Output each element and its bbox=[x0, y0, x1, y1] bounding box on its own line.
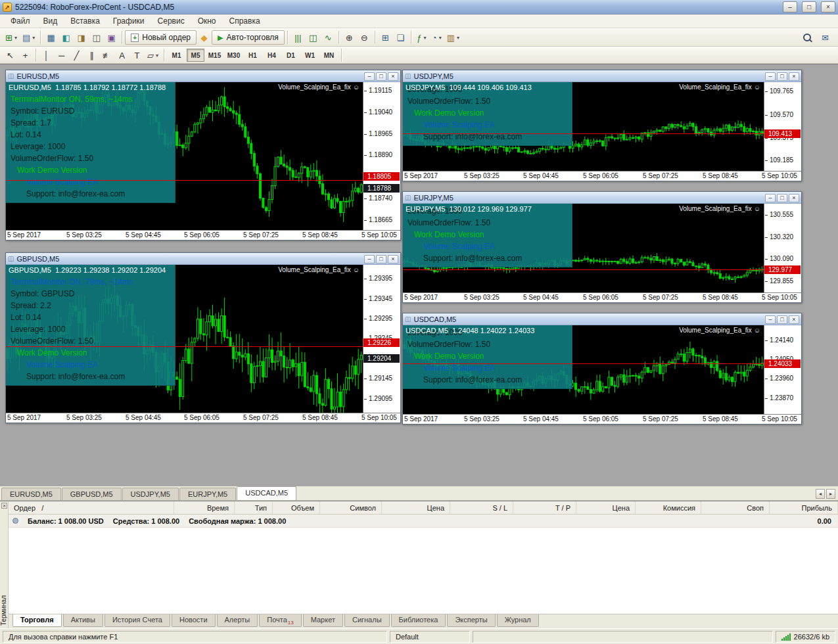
timeframe-m1[interactable]: M1 bbox=[168, 49, 185, 62]
column-header-4[interactable]: Символ bbox=[320, 501, 382, 514]
column-header-7[interactable]: T / P bbox=[513, 501, 576, 514]
terminal-tab-news[interactable]: Новости bbox=[172, 614, 216, 627]
data-window-button[interactable]: ◧ bbox=[58, 30, 74, 45]
chart-tab-usdcad-m5[interactable]: USDCAD,M5 bbox=[237, 486, 296, 500]
tab-scroll-left-icon[interactable]: ◂ bbox=[816, 489, 825, 499]
column-header-0[interactable]: Ордер / bbox=[9, 501, 174, 514]
app-restore-button[interactable]: □ bbox=[802, 1, 816, 12]
zoom-in-button[interactable]: ⊕ bbox=[342, 30, 357, 45]
menu-help[interactable]: Справка bbox=[223, 15, 267, 27]
market-watch-button[interactable]: ▦ bbox=[43, 30, 58, 45]
chart-minimize-button[interactable]: – bbox=[765, 72, 776, 81]
timeframe-mn[interactable]: MN bbox=[320, 49, 338, 62]
chart-window-titlebar[interactable]: ◫EURUSD,M5–□× bbox=[6, 70, 400, 82]
auto-trading-button[interactable]: ▶Авто-торговля bbox=[212, 30, 285, 45]
terminal-tab-history[interactable]: История Счета bbox=[105, 614, 170, 627]
chart-restore-button[interactable]: □ bbox=[777, 194, 787, 202]
column-header-9[interactable]: Комиссия bbox=[636, 501, 701, 514]
terminal-tab-trade[interactable]: Торговля bbox=[12, 614, 62, 627]
column-header-11[interactable]: Прибыль bbox=[770, 501, 838, 514]
new-order-button[interactable]: +Новый ордер bbox=[125, 30, 197, 45]
terminal-tab-market[interactable]: Маркет bbox=[303, 614, 343, 627]
chart-plot[interactable]: Leverage: 1000VolumeOrderFlow: 1.50Work … bbox=[403, 204, 764, 292]
timeframe-h1[interactable]: H1 bbox=[244, 49, 262, 62]
chart-minimize-button[interactable]: – bbox=[765, 315, 776, 324]
chart-window-titlebar[interactable]: ◫GBPUSD,M5–□× bbox=[6, 253, 400, 265]
chart-restore-button[interactable]: □ bbox=[777, 315, 787, 324]
templates-button[interactable]: ▥▾ bbox=[444, 30, 462, 45]
menu-window[interactable]: Окно bbox=[191, 15, 223, 27]
trendline-button[interactable]: ╱ bbox=[69, 48, 84, 62]
chart-restore-button[interactable]: □ bbox=[777, 72, 787, 81]
menu-charts[interactable]: Графики bbox=[106, 15, 151, 27]
chart-minimize-button[interactable]: – bbox=[364, 255, 375, 264]
navigator-button[interactable]: ◨ bbox=[74, 30, 89, 45]
menu-service[interactable]: Сервис bbox=[151, 15, 191, 27]
vertical-line-button[interactable]: │ bbox=[39, 48, 54, 62]
chart-tab-usdjpy-m5[interactable]: USDJPY,M5 bbox=[122, 488, 179, 500]
terminal-tab-assets[interactable]: Активы bbox=[63, 614, 103, 627]
column-header-6[interactable]: S / L bbox=[450, 501, 513, 514]
status-profile[interactable]: Default bbox=[390, 631, 470, 643]
terminal-tab-library[interactable]: Библиотека bbox=[391, 614, 446, 627]
chart-restore-button[interactable]: □ bbox=[376, 255, 386, 264]
column-header-2[interactable]: Тип bbox=[235, 501, 273, 514]
chart-plot[interactable]: TerminalMonitor ON, 79ms, ~14msSymbol: G… bbox=[6, 265, 363, 413]
tab-scroll-right-icon[interactable]: ▸ bbox=[826, 489, 835, 499]
column-header-1[interactable]: Время bbox=[174, 501, 235, 514]
text-button[interactable]: A bbox=[114, 48, 129, 62]
chart-close-button[interactable]: × bbox=[789, 315, 799, 324]
indicators-button[interactable]: ƒ▾ bbox=[414, 30, 429, 45]
chart-plot[interactable]: TerminalMonitor ON, 59ms, ~14msSymbol: E… bbox=[6, 82, 363, 230]
terminal-tab-alerts[interactable]: Алерты bbox=[217, 614, 258, 627]
terminal-button[interactable]: ◫ bbox=[89, 30, 104, 45]
chart-window-titlebar[interactable]: ◫USDJPY,M5–□× bbox=[403, 70, 801, 82]
chart-restore-button[interactable]: □ bbox=[376, 72, 386, 81]
terminal-tab-experts[interactable]: Эксперты bbox=[447, 614, 495, 627]
terminal-tab-mail[interactable]: Почта13 bbox=[259, 614, 301, 627]
timeframe-h4[interactable]: H4 bbox=[263, 49, 281, 62]
community-chat-icon[interactable]: ✉ bbox=[822, 33, 829, 43]
app-minimize-button[interactable]: – bbox=[783, 1, 797, 12]
chart-window-titlebar[interactable]: ◫USDCAD,M5–□× bbox=[403, 313, 801, 325]
strategy-tester-button[interactable]: ▣ bbox=[104, 30, 119, 45]
metaeditor-button[interactable]: ◆ bbox=[197, 30, 212, 45]
timeframe-m30[interactable]: M30 bbox=[225, 49, 243, 62]
timeframe-d1[interactable]: D1 bbox=[282, 49, 300, 62]
chart-tab-eurusd-m5[interactable]: EURUSD,M5 bbox=[1, 488, 61, 500]
chart-plot[interactable]: Leverage: 1000VolumeOrderFlow: 1.50Work … bbox=[403, 82, 764, 171]
menu-view[interactable]: Вид bbox=[37, 15, 64, 27]
bar-chart-button[interactable]: ||| bbox=[291, 30, 306, 45]
chart-close-button[interactable]: × bbox=[388, 72, 398, 81]
app-close-button[interactable]: × bbox=[821, 1, 835, 12]
column-header-8[interactable]: Цена bbox=[576, 501, 636, 514]
horizontal-line-button[interactable]: ─ bbox=[54, 48, 69, 62]
profiles-button[interactable]: ▤▾ bbox=[20, 30, 37, 45]
timeframe-w1[interactable]: W1 bbox=[301, 49, 319, 62]
chart-close-button[interactable]: × bbox=[789, 72, 799, 81]
terminal-tab-signals[interactable]: Сигналы bbox=[344, 614, 390, 627]
tile-windows-button[interactable]: ⊞ bbox=[378, 30, 393, 45]
terminal-close-icon[interactable]: × bbox=[1, 503, 7, 509]
zoom-out-button[interactable]: ⊖ bbox=[357, 30, 372, 45]
chart-close-button[interactable]: × bbox=[388, 255, 398, 264]
chart-minimize-button[interactable]: – bbox=[765, 194, 776, 202]
periods-button[interactable]: ◔▾ bbox=[429, 30, 444, 45]
channel-button[interactable]: ∥ bbox=[84, 48, 99, 62]
timeframe-m15[interactable]: M15 bbox=[206, 49, 223, 62]
chart-plot[interactable]: Leverage: 1000VolumeOrderFlow: 1.50Work … bbox=[403, 325, 764, 414]
menu-file[interactable]: Файл bbox=[4, 15, 37, 27]
column-header-3[interactable]: Объем bbox=[273, 501, 320, 514]
menu-insert[interactable]: Вставка bbox=[64, 15, 106, 27]
terminal-tab-journal[interactable]: Журнал bbox=[497, 614, 539, 627]
fibonacci-button[interactable]: ≢ bbox=[99, 48, 114, 62]
timeframe-m5[interactable]: M5 bbox=[187, 49, 204, 62]
new-chart-button[interactable]: ⊞▾ bbox=[3, 30, 20, 45]
label-button[interactable]: T bbox=[129, 48, 145, 62]
crosshair-button[interactable]: + bbox=[18, 48, 33, 62]
candlestick-chart-button[interactable]: ◫ bbox=[306, 30, 321, 45]
column-header-10[interactable]: Своп bbox=[701, 501, 770, 514]
cascade-windows-button[interactable]: ❏ bbox=[393, 30, 408, 45]
column-header-5[interactable]: Цена bbox=[382, 501, 450, 514]
search-icon[interactable] bbox=[803, 33, 812, 43]
